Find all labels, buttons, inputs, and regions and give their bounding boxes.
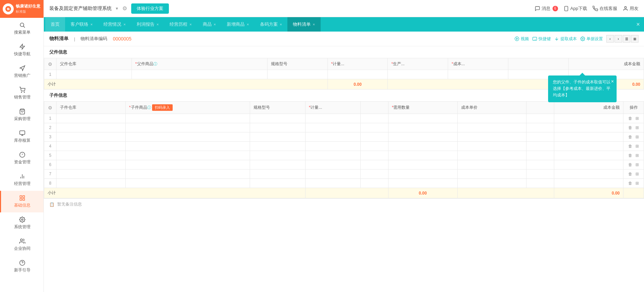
child-r1-product[interactable] xyxy=(125,114,250,123)
child-r4-quantity[interactable] xyxy=(388,142,457,151)
child-r8-spec[interactable] xyxy=(250,179,305,188)
child-r7-quantity[interactable] xyxy=(388,170,457,179)
child-r4-delete-icon[interactable]: 🗑 xyxy=(628,144,632,149)
child-r7-extra2[interactable] xyxy=(527,170,554,179)
tab-close-goods[interactable]: × xyxy=(214,22,216,26)
sidebar-item-operations[interactable]: 经营管理 xyxy=(0,169,44,191)
child-r6-delete-icon[interactable]: 🗑 xyxy=(628,162,632,167)
tab-close-barcode[interactable]: × xyxy=(280,22,282,26)
child-r5-extra2[interactable] xyxy=(527,151,554,160)
child-r1-extra2[interactable] xyxy=(527,114,554,123)
child-r5-warehouse[interactable] xyxy=(57,151,126,160)
child-r3-amount[interactable] xyxy=(554,132,623,142)
child-r4-warehouse[interactable] xyxy=(57,142,126,151)
user-item[interactable]: 用友 xyxy=(623,5,639,12)
nav-prev-btn[interactable]: ‹ xyxy=(606,35,614,43)
nav-next-btn[interactable]: › xyxy=(615,35,622,43)
child-r1-spec[interactable] xyxy=(250,114,305,123)
child-r6-product[interactable] xyxy=(125,160,250,170)
child-r3-delete-icon[interactable]: 🗑 xyxy=(628,135,632,139)
child-r4-unit-cost[interactable] xyxy=(457,142,527,151)
extract-cost-action[interactable]: 提取成本 xyxy=(554,36,577,42)
tab-close-bom[interactable]: × xyxy=(313,22,315,26)
sidebar-item-marketing[interactable]: 营销推广 xyxy=(0,61,44,83)
child-r5-unit-cost[interactable] xyxy=(457,151,527,160)
child-r5-delete-icon[interactable]: 🗑 xyxy=(628,153,632,158)
child-r2-quantity[interactable] xyxy=(388,123,457,132)
child-r7-unit[interactable] xyxy=(305,170,360,179)
tab-close-customer[interactable]: × xyxy=(90,22,92,26)
child-r5-copy-icon[interactable]: ⊞ xyxy=(635,153,639,158)
sidebar-item-quick-nav[interactable]: 快捷导航 xyxy=(0,39,44,61)
child-r2-extra2[interactable] xyxy=(527,123,554,132)
child-r8-amount[interactable] xyxy=(554,179,623,188)
child-r2-product[interactable] xyxy=(125,123,250,132)
child-r4-copy-icon[interactable]: ⊞ xyxy=(635,144,639,149)
child-r1-copy-icon[interactable]: ⊞ xyxy=(635,116,639,121)
parent-row-1-warehouse[interactable] xyxy=(57,70,132,79)
child-r4-unit[interactable] xyxy=(305,142,360,151)
tab-customer[interactable]: 客户联络 × xyxy=(65,17,98,32)
tab-barcode[interactable]: 条码方案 × xyxy=(255,17,287,32)
child-r7-delete-icon[interactable]: 🗑 xyxy=(628,172,632,176)
child-r8-extra2[interactable] xyxy=(527,179,554,188)
child-r4-extra2[interactable] xyxy=(527,142,554,151)
tab-close-new-goods[interactable]: × xyxy=(247,22,249,26)
child-r5-product[interactable] xyxy=(125,151,250,160)
tab-close-history[interactable]: × xyxy=(189,22,191,26)
child-r1-unit[interactable] xyxy=(305,114,360,123)
child-r6-extra2[interactable] xyxy=(527,160,554,170)
parent-row-1-product[interactable] xyxy=(132,70,267,79)
child-r6-unit[interactable] xyxy=(305,160,360,170)
parent-row-1-cost[interactable] xyxy=(448,70,508,79)
child-r1-unit-cost[interactable] xyxy=(457,114,527,123)
child-r2-spec[interactable] xyxy=(250,123,305,132)
child-r8-quantity[interactable] xyxy=(388,179,457,188)
child-r7-amount[interactable] xyxy=(554,170,623,179)
sidebar-item-basics[interactable]: 基础信息 xyxy=(0,191,44,212)
child-r3-quantity[interactable] xyxy=(388,132,457,142)
sidebar-item-inventory[interactable]: 库存核算 xyxy=(0,126,44,148)
tab-goods[interactable]: 商品 × xyxy=(197,17,221,32)
child-r2-copy-icon[interactable]: ⊞ xyxy=(635,125,639,130)
child-r3-product[interactable] xyxy=(125,132,250,142)
nav-menu-btn[interactable]: ☰ xyxy=(623,35,630,43)
view-action[interactable]: 视频 xyxy=(515,36,529,42)
parent-row-1-unit[interactable] xyxy=(327,70,388,79)
tab-bom[interactable]: 物料清单 × xyxy=(287,17,320,32)
shortcut-action[interactable]: 快捷键 xyxy=(532,36,551,42)
child-r3-copy-icon[interactable]: ⊞ xyxy=(635,135,639,139)
child-r2-extra1[interactable] xyxy=(361,123,388,132)
sidebar-item-search[interactable]: 搜索菜单 xyxy=(0,18,44,39)
child-r6-unit-cost[interactable] xyxy=(457,160,527,170)
child-r7-unit-cost[interactable] xyxy=(457,170,527,179)
tab-close-operations[interactable]: × xyxy=(123,22,125,26)
tab-profit[interactable]: 利润报告 × xyxy=(131,17,164,32)
child-r5-extra1[interactable] xyxy=(361,151,388,160)
child-r1-amount[interactable] xyxy=(554,114,623,123)
parent-row-1-spec[interactable] xyxy=(267,70,327,79)
close-all-tabs-btn[interactable]: × xyxy=(633,21,643,28)
child-r3-extra2[interactable] xyxy=(527,132,554,142)
online-service-item[interactable]: 在线客服 xyxy=(593,5,617,12)
child-r7-extra1[interactable] xyxy=(361,170,388,179)
sidebar-item-guide[interactable]: 新手引导 xyxy=(0,256,44,277)
child-r6-extra1[interactable] xyxy=(361,160,388,170)
child-r7-warehouse[interactable] xyxy=(57,170,126,179)
child-r3-extra1[interactable] xyxy=(361,132,388,142)
scan-btn[interactable]: 扫码录入 xyxy=(152,104,173,111)
tooltip-close-btn[interactable]: × xyxy=(611,78,614,85)
child-r2-delete-icon[interactable]: 🗑 xyxy=(628,125,632,130)
child-r2-amount[interactable] xyxy=(554,123,623,132)
trial-btn[interactable]: 体验行业方案 xyxy=(131,3,169,14)
app-download-item[interactable]: App下载 xyxy=(564,5,587,12)
child-r5-unit[interactable] xyxy=(305,151,360,160)
tab-operations[interactable]: 经营情况 × xyxy=(98,17,131,32)
child-r6-quantity[interactable] xyxy=(388,160,457,170)
nav-list-btn[interactable]: ⊞ xyxy=(631,35,639,43)
child-r7-spec[interactable] xyxy=(250,170,305,179)
single-settings-action[interactable]: 单据设置 xyxy=(580,36,603,42)
child-r5-amount[interactable] xyxy=(554,151,623,160)
child-r4-extra1[interactable] xyxy=(361,142,388,151)
child-r1-warehouse[interactable] xyxy=(57,114,126,123)
